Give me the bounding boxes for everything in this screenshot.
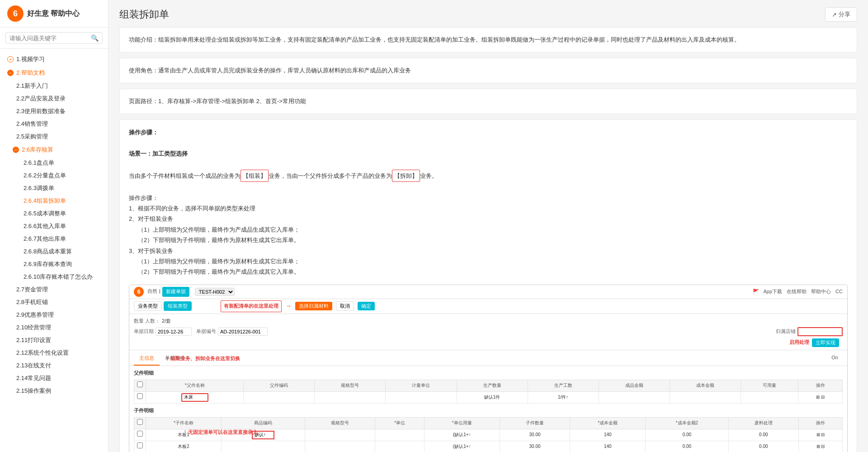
- role-card: 使用角色：通常由生产人员或库管人员完成拆装业务的操作，库管人员确认原材料的出库和…: [119, 58, 857, 83]
- sidebar-item-2-7[interactable]: 2.7资金管理: [0, 283, 108, 296]
- sidebar-item-2-15[interactable]: 2.15操作案例: [0, 385, 108, 397]
- col-child-cost2: *成本金额2: [646, 417, 728, 429]
- sidebar-item-2-6-2[interactable]: 2.6.2分量盘点单: [0, 169, 108, 182]
- path-card: 页面路径：1、库存核算->库存管理->组装拆卸单 2、首页->常用功能: [119, 89, 857, 114]
- sidebar-item-2-6-9[interactable]: 2.6.9库存账本查询: [0, 258, 108, 271]
- search-input[interactable]: [9, 35, 91, 42]
- sidebar-item-2-11[interactable]: 2.11打印设置: [0, 334, 108, 347]
- col-waste: 废料处理: [728, 417, 799, 429]
- col-child-unit: *单位: [375, 417, 424, 429]
- sidebar-item-2-6-1[interactable]: 2.6.1盘点单: [0, 157, 108, 169]
- confirm-row: 启用处理 立即实现: [776, 338, 839, 347]
- step3-sub2: （2）下部明细为子件明细，最终作为产成品生成其它入库单。: [138, 266, 848, 277]
- sidebar-item-2-3[interactable]: 2.3使用前数据准备: [0, 105, 108, 118]
- sidebar-item-2-6-5[interactable]: 2.6.5成本调整单: [0, 207, 108, 220]
- table-row: 木板2 (缺认1+↑ 30.00 140 0.00 0.00 ⊞ ⊟: [134, 441, 843, 452]
- nav-tree: + 1.视频学习 − 2.帮助文档 2.1新手入门 2.2产品安装及登录 2.3…: [0, 49, 108, 452]
- annotation3-area: 归属店铺 启用处理 立即实现: [776, 327, 843, 347]
- step2-sub2: （2）下部明细为子件明细，最终作为原材料生成其它出库单。: [138, 235, 848, 245]
- select-all-checkbox2[interactable]: [137, 419, 143, 425]
- step3-sub: （1）上部明细为父件明细，最终作为原材料生成其它出库单； （2）下部明细为子件明…: [129, 256, 848, 277]
- warehouse-label: 归属店铺: [776, 327, 796, 336]
- annotation1: 有装配清单的在这里处理: [221, 300, 282, 312]
- sidebar-item-2-10[interactable]: 2.10经营管理: [0, 321, 108, 334]
- app-title: 好生意 帮助中心: [27, 9, 80, 19]
- btn-cancel[interactable]: 取消: [336, 301, 354, 311]
- sidebar-item-2-1[interactable]: 2.1新手入门: [0, 80, 108, 92]
- upper-table-area: 父件明细 *父件名称 父件编码 规格型号 计量单位 生产数量 生产工数: [129, 366, 847, 404]
- child-cost1-1: 140: [570, 429, 646, 441]
- sidebar-item-2-6-6[interactable]: 2.6.6其他入库单: [0, 220, 108, 233]
- nav-item-home[interactable]: 自然: [147, 287, 157, 297]
- on-label: On: [831, 352, 838, 362]
- topbar-icons: 🚩 App下载 在线帮助 帮助中心 CC: [753, 287, 843, 296]
- sidebar-item-2-6[interactable]: − 2.6库存核算: [0, 143, 108, 157]
- scene1-desc: 当由多个子件材料组装成一个成品的业务为【组装】业务，当由一个父件拆分成多个子产品…: [129, 170, 848, 182]
- main-header: 组装拆卸单 ↗ 分享: [108, 0, 868, 27]
- col-child-spec: 规格型号: [305, 417, 375, 429]
- upper-table-header: *父件名称 父件编码 规格型号 计量单位 生产数量 生产工数 成品金额 成本金额…: [134, 380, 843, 391]
- app-topbar: 6 自然 | 新建单据 TEST-H002 🚩 App下载 在线帮助 帮助中心: [129, 285, 847, 299]
- row-checkbox2[interactable]: [137, 431, 143, 437]
- sidebar-item-2-5[interactable]: 2.5采购管理: [0, 130, 108, 143]
- steps-label: 操作步骤：: [129, 193, 848, 203]
- date-input[interactable]: [156, 328, 192, 336]
- btn-choose-material[interactable]: 选择归属材料: [295, 302, 332, 310]
- sidebar-item-2-13[interactable]: 2.13在线支付: [0, 359, 108, 372]
- sidebar-item-2-6-7[interactable]: 2.6.7其他出库单: [0, 233, 108, 245]
- scene1-title: 场景一：加工类型选择: [129, 148, 848, 159]
- sidebar-item-2-9[interactable]: 2.9优惠券管理: [0, 309, 108, 321]
- child-qty-2: 30.00: [500, 441, 570, 452]
- sidebar-item-2-4[interactable]: 2.4销售管理: [0, 118, 108, 130]
- share-icon: ↗: [832, 11, 837, 18]
- btn-ok[interactable]: 立即实现: [812, 338, 839, 347]
- step2: 2、对于组装业务: [129, 214, 848, 224]
- annotation4-label: 无固定清单可以在这里直接录入: [188, 429, 258, 435]
- btn-zurück[interactable]: 业务类型: [134, 301, 162, 311]
- number-input[interactable]: [218, 328, 268, 336]
- app-nav: 自然 | 新建单据: [147, 287, 189, 297]
- child-unit-qty-2: (缺认1+↑: [424, 441, 500, 452]
- select-all-checkbox[interactable]: [137, 381, 143, 387]
- topbar-help: 在线帮助: [787, 287, 807, 296]
- collapse-icon-2-6: −: [13, 147, 19, 153]
- btn-save[interactable]: 组装类型: [164, 301, 192, 311]
- cell-cost-amt: [670, 391, 741, 403]
- share-button[interactable]: ↗ 分享: [825, 7, 857, 22]
- child-cost2-1: 0.00: [646, 429, 728, 441]
- step3-sub1: （1）上部明细为父件明细，最终作为原材料生成其它出库单；: [138, 256, 848, 266]
- col-child-cost1: *成本金额: [570, 417, 646, 429]
- sidebar-item-2-14[interactable]: 2.14常见问题: [0, 372, 108, 385]
- btn-confirm[interactable]: 确定: [358, 302, 375, 310]
- col-parent-code: 父件编码: [244, 380, 315, 391]
- sidebar-item-2-2[interactable]: 2.2产品安装及登录: [0, 92, 108, 105]
- form-fields-left: 单据日期 单据编号: [134, 327, 268, 336]
- row-checkbox3[interactable]: [137, 442, 143, 448]
- sidebar-item-2-12[interactable]: 2.12系统个性化设置: [0, 347, 108, 359]
- app-screenshot: 6 自然 | 新建单据 TEST-H002 🚩 App下载 在线帮助 帮助中心: [129, 285, 848, 452]
- app-logo-small: 6: [134, 287, 144, 297]
- row-checkbox[interactable]: [137, 393, 143, 399]
- step1: 1、根据不同的业务，选择不同单据的类型来处理: [129, 203, 848, 214]
- annotation2-label: 组装业务、拆卸业务在这里切换: [170, 354, 240, 363]
- sidebar-item-2-8[interactable]: 2.8手机旺铺: [0, 296, 108, 309]
- search-icon[interactable]: 🔍: [91, 34, 99, 42]
- sidebar-item-docs[interactable]: − 2.帮助文档: [0, 66, 108, 80]
- col-ops: 操作: [798, 380, 843, 391]
- sidebar-item-2-6-8[interactable]: 2.6.8商品成本重算: [0, 245, 108, 258]
- search-box[interactable]: 🔍: [5, 32, 103, 44]
- parent-name-input[interactable]: [181, 393, 208, 402]
- company-select[interactable]: TEST-H002: [195, 288, 235, 296]
- sidebar-item-2-6-10[interactable]: 2.6.10库存账本错了怎么办: [0, 271, 108, 283]
- sidebar-item-2-6-4[interactable]: 2.6.4组装拆卸单: [0, 195, 108, 207]
- col-ops2: 操作: [799, 417, 843, 429]
- row-op-icon[interactable]: ⊞ ⊟: [816, 395, 825, 400]
- sidebar-item-2-6-3[interactable]: 2.6.3调拨单: [0, 182, 108, 195]
- sidebar-item-videos[interactable]: + 1.视频学习: [0, 52, 108, 66]
- path-text: 页面路径：1、库存核算->库存管理->组装拆卸单 2、首页->常用功能: [129, 96, 848, 106]
- topbar-cc: CC: [835, 287, 843, 296]
- nav-item-new[interactable]: 新建单据: [162, 287, 189, 297]
- warehouse-input[interactable]: [797, 327, 843, 336]
- step3: 3、对于拆装业务: [129, 246, 848, 256]
- tab-main[interactable]: 主信息: [134, 352, 160, 366]
